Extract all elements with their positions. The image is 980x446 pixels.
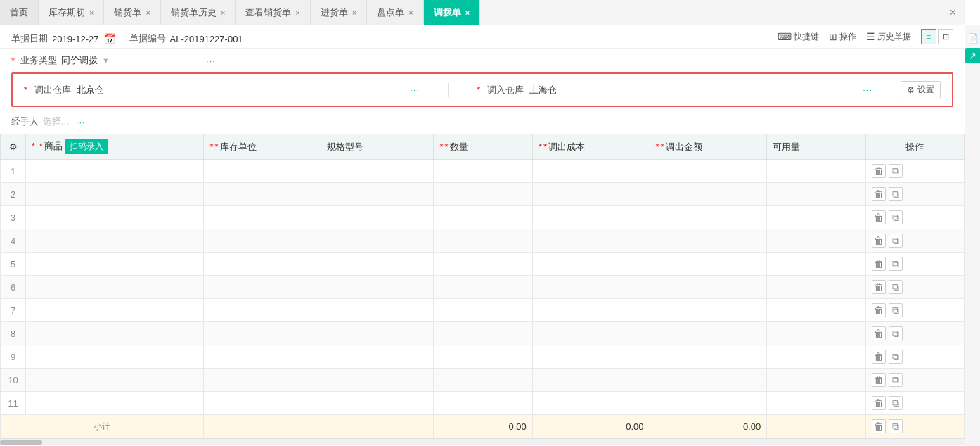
row-transfer-amount[interactable] <box>650 299 767 322</box>
row-unit[interactable] <box>204 345 321 369</box>
delete-icon[interactable]: 🗑 <box>872 373 886 387</box>
row-transfer-cost[interactable] <box>532 206 650 229</box>
row-transfer-cost[interactable] <box>532 392 650 415</box>
row-product[interactable] <box>26 322 204 345</box>
copy-icon[interactable]: ⧉ <box>889 187 903 201</box>
settings-button[interactable]: ⚙ 设置 <box>901 81 941 98</box>
copy-icon[interactable]: ⧉ <box>889 373 903 387</box>
copy-icon[interactable]: ⧉ <box>889 164 903 178</box>
row-transfer-amount[interactable] <box>650 253 767 276</box>
row-spec[interactable] <box>321 229 434 253</box>
close-tab-inventory-init[interactable]: × <box>89 8 94 17</box>
row-unit[interactable] <box>204 299 321 322</box>
close-tab-inventory-count[interactable]: × <box>408 8 413 17</box>
row-quantity[interactable] <box>434 253 532 276</box>
row-unit[interactable] <box>204 392 321 415</box>
delete-icon[interactable]: 🗑 <box>872 326 886 340</box>
row-quantity[interactable] <box>434 369 532 392</box>
copy-icon[interactable]: ⧉ <box>889 234 903 248</box>
row-transfer-amount[interactable] <box>650 392 767 415</box>
copy-icon[interactable]: ⧉ <box>889 280 903 294</box>
row-unit[interactable] <box>204 183 321 206</box>
shortcut-button[interactable]: ⌨ 快捷键 <box>778 31 819 43</box>
row-product[interactable] <box>26 160 204 183</box>
delete-icon[interactable]: 🗑 <box>872 210 886 224</box>
delete-icon[interactable]: 🗑 <box>872 234 886 248</box>
copy-icon[interactable]: ⧉ <box>889 396 903 410</box>
row-quantity[interactable] <box>434 345 532 369</box>
row-spec[interactable] <box>321 369 434 392</box>
row-product[interactable] <box>26 253 204 276</box>
row-product[interactable] <box>26 206 204 229</box>
row-spec[interactable] <box>321 299 434 322</box>
delete-icon[interactable]: 🗑 <box>872 419 886 433</box>
row-quantity[interactable] <box>434 299 532 322</box>
row-transfer-amount[interactable] <box>650 276 767 299</box>
row-quantity[interactable] <box>434 229 532 253</box>
calendar-icon[interactable]: 📅 <box>103 33 115 44</box>
tab-sales-order[interactable]: 销货单 × <box>104 0 160 25</box>
row-transfer-cost[interactable] <box>532 253 650 276</box>
row-transfer-cost[interactable] <box>532 345 650 369</box>
copy-icon[interactable]: ⧉ <box>889 257 903 271</box>
row-transfer-amount[interactable] <box>650 183 767 206</box>
tab-inventory-count[interactable]: 盘点单 × <box>367 0 423 25</box>
close-tab-transfer-order[interactable]: × <box>465 8 470 17</box>
row-product[interactable] <box>26 229 204 253</box>
row-spec[interactable] <box>321 392 434 415</box>
close-all-tabs[interactable]: × <box>941 0 965 25</box>
row-quantity[interactable] <box>434 160 532 183</box>
tab-sales-history[interactable]: 销货单历史 × <box>161 0 236 25</box>
tab-transfer-order[interactable]: 调拨单 × <box>424 0 480 25</box>
column-settings[interactable]: ⚙ <box>1 134 26 160</box>
row-transfer-amount[interactable] <box>650 369 767 392</box>
warehouse-out-more[interactable]: ··· <box>410 84 420 95</box>
row-product[interactable] <box>26 299 204 322</box>
business-type-more[interactable]: ··· <box>206 56 216 66</box>
row-transfer-cost[interactable] <box>532 369 650 392</box>
row-transfer-amount[interactable] <box>650 345 767 369</box>
handler-select[interactable]: 选择... <box>43 115 69 128</box>
horizontal-scrollbar[interactable] <box>0 438 965 445</box>
row-unit[interactable] <box>204 253 321 276</box>
handler-more[interactable]: ··· <box>76 117 86 127</box>
row-quantity[interactable] <box>434 183 532 206</box>
row-unit[interactable] <box>204 206 321 229</box>
operations-button[interactable]: ⊞ 操作 <box>829 31 856 43</box>
row-transfer-cost[interactable] <box>532 299 650 322</box>
row-transfer-amount[interactable] <box>650 206 767 229</box>
row-product[interactable] <box>26 183 204 206</box>
row-unit[interactable] <box>204 229 321 253</box>
history-button[interactable]: ☰ 历史单据 <box>866 31 911 43</box>
scrollbar-thumb[interactable] <box>0 440 42 445</box>
layout-btn-grid[interactable]: ⊞ <box>938 29 953 44</box>
delete-icon[interactable]: 🗑 <box>872 303 886 317</box>
tab-view-sales[interactable]: 查看销货单 × <box>236 0 310 25</box>
warehouse-in-more[interactable]: ··· <box>863 84 872 95</box>
sidebar-note-icon[interactable]: 📄 <box>966 31 980 45</box>
copy-icon[interactable]: ⧉ <box>889 326 903 340</box>
tab-inventory-init[interactable]: 库存期初 × <box>39 0 104 25</box>
row-unit[interactable] <box>204 322 321 345</box>
row-product[interactable] <box>26 369 204 392</box>
delete-icon[interactable]: 🗑 <box>872 280 886 294</box>
row-spec[interactable] <box>321 322 434 345</box>
row-transfer-amount[interactable] <box>650 160 767 183</box>
row-quantity[interactable] <box>434 276 532 299</box>
row-spec[interactable] <box>321 183 434 206</box>
layout-btn-list[interactable]: ≡ <box>921 29 936 44</box>
close-tab-sales-order[interactable]: × <box>146 8 150 17</box>
row-product[interactable] <box>26 392 204 415</box>
row-quantity[interactable] <box>434 392 532 415</box>
copy-icon[interactable]: ⧉ <box>889 350 903 364</box>
row-unit[interactable] <box>204 369 321 392</box>
copy-icon[interactable]: ⧉ <box>889 210 903 224</box>
business-type-select[interactable]: 同价调拨 ▼ <box>61 54 202 67</box>
sidebar-export-icon[interactable]: ↗ <box>965 48 981 63</box>
row-transfer-amount[interactable] <box>650 322 767 345</box>
row-quantity[interactable] <box>434 206 532 229</box>
close-tab-sales-history[interactable]: × <box>221 8 225 17</box>
row-spec[interactable] <box>321 345 434 369</box>
row-spec[interactable] <box>321 253 434 276</box>
tab-purchase-order[interactable]: 进货单 × <box>311 0 367 25</box>
